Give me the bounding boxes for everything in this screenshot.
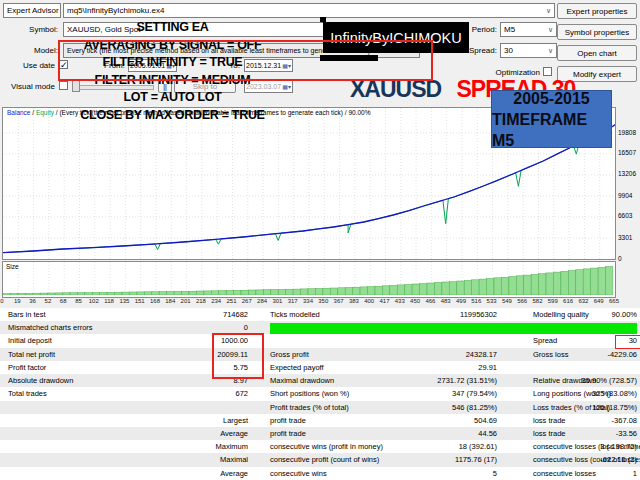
x-axis-tick: 19 xyxy=(9,298,25,304)
spread-value: 30 xyxy=(504,46,513,55)
x-axis-tick: 367 xyxy=(331,298,347,304)
headline-symbol: XAUUSD xyxy=(350,76,441,102)
stat-value: 1175.76 (17) xyxy=(327,453,497,466)
stat-value: 504.69 xyxy=(327,414,497,427)
x-axis-tick: 52 xyxy=(40,298,56,304)
table-row: Maximumconsecutive wins (profit in money… xyxy=(0,440,640,453)
x-axis-tick: 649 xyxy=(591,298,607,304)
stat-value: 24328.17 xyxy=(327,348,497,361)
x-axis-tick: 450 xyxy=(407,298,423,304)
stat-value: 347 (79.54%) xyxy=(327,387,497,400)
y-axis-tick: 16507 xyxy=(618,149,636,156)
stat-value: 126 (18.75%) xyxy=(540,401,637,414)
expert-properties-button[interactable]: Expert properties xyxy=(557,3,637,19)
ea-settings-overlay: SETTING EAAVERAGING BY SIGNAL = OFFFILTE… xyxy=(0,19,345,124)
stat-value: Maximum xyxy=(88,440,248,453)
x-axis-tick: 85 xyxy=(71,298,87,304)
ea-setting-line: LOT = AUTO LOT xyxy=(0,89,345,107)
ea-setting-line: SETTING EA xyxy=(0,19,345,37)
x-axis-tick: 533 xyxy=(484,298,500,304)
x-axis-tick: 400 xyxy=(361,298,377,304)
table-row: Profit trades (% of total)546 (81.25%)Lo… xyxy=(0,401,640,414)
stat-value: -367.08 xyxy=(540,414,637,427)
period-combo[interactable]: M5 ∨ xyxy=(500,22,557,37)
x-axis-tick: 549 xyxy=(499,298,515,304)
stat-value: 119956302 xyxy=(327,308,497,321)
x-axis-tick: 616 xyxy=(560,298,576,304)
size-chart: Size xyxy=(2,261,616,298)
y-axis-tick: 9904 xyxy=(618,192,632,199)
x-axis-tick: 317 xyxy=(285,298,301,304)
x-axis-tick: 665 xyxy=(606,298,622,304)
open-chart-button[interactable]: Open chart xyxy=(557,45,637,61)
stat-value: Largest xyxy=(88,414,248,427)
table-row: Maximalconsecutive profit (count of wins… xyxy=(0,453,640,466)
stat-value: 35.90% (728.57) xyxy=(540,374,637,387)
strategy-tester-window: Expert Advisor ∨ mq5\InfinityByIchimoku.… xyxy=(0,0,640,480)
x-axis-tick: 102 xyxy=(86,298,102,304)
ea-name-banner: InfinityByICHIMOKU xyxy=(323,22,469,53)
x-axis-labels: 0193652688510211813515116818420121823425… xyxy=(2,298,616,306)
x-axis-tick: 599 xyxy=(545,298,561,304)
x-axis-tick: 36 xyxy=(25,298,41,304)
period-value: M5 xyxy=(504,25,515,34)
x-axis-tick: 499 xyxy=(453,298,469,304)
table-row: Bars in test714682Ticks modelled11995630… xyxy=(0,308,640,321)
results-table: Bars in test714682Ticks modelled11995630… xyxy=(0,308,640,480)
table-row: Absolute drawdown8.97Maximal drawdown273… xyxy=(0,374,640,387)
x-axis-tick: 251 xyxy=(224,298,240,304)
stat-value: 325 (83.08%) xyxy=(540,387,637,400)
stat-value: 30 xyxy=(540,334,637,347)
table-row: Averageconsecutive wins5consecutive loss… xyxy=(0,467,640,480)
x-axis-tick: 135 xyxy=(116,298,132,304)
expert-advisor-combo[interactable]: Expert Advisor ∨ xyxy=(3,3,61,18)
x-axis-tick: 218 xyxy=(193,298,209,304)
size-bars-svg xyxy=(3,262,613,295)
x-axis-tick: 301 xyxy=(269,298,285,304)
expert-advisor-label: Expert Advisor xyxy=(7,6,59,15)
stat-value: 44.56 xyxy=(327,427,497,440)
x-axis-tick: 483 xyxy=(438,298,454,304)
stat-value: -4229.06 xyxy=(540,348,637,361)
optimization-checkbox[interactable] xyxy=(543,67,552,76)
table-row: Initial deposit1000.00Spread30 xyxy=(0,334,640,347)
stat-value: 5 xyxy=(327,467,497,480)
stat-value: 29.91 xyxy=(327,361,497,374)
stat-value: 0 xyxy=(88,321,248,334)
banner-fragment xyxy=(320,55,378,61)
y-axis-tick: 19808 xyxy=(618,129,636,136)
stat-value: Maximal xyxy=(88,453,248,466)
ea-setting-line: FILTER INFINITY = TRUE xyxy=(0,54,345,72)
chevron-down-icon: ∨ xyxy=(545,26,553,34)
ea-setting-line: CLOSE BY MAX ORDER = TRUE xyxy=(0,107,345,125)
stat-value: 8.97 xyxy=(88,374,248,387)
x-axis-tick: 566 xyxy=(514,298,530,304)
stat-value: 546 (81.25%) xyxy=(327,401,497,414)
y-axis-tick: 3301 xyxy=(618,234,632,241)
x-axis-tick: 417 xyxy=(377,298,393,304)
x-axis-tick: 582 xyxy=(530,298,546,304)
x-axis-tick: 516 xyxy=(468,298,484,304)
stat-value: 90.00% xyxy=(540,308,637,321)
stat-value: 3 (-198.72) xyxy=(540,440,637,453)
spread-combo[interactable]: 30 ∨ xyxy=(500,43,557,58)
symbol-properties-button[interactable]: Symbol properties xyxy=(557,24,637,40)
stat-value: Average xyxy=(88,427,248,440)
chevron-down-icon: ∨ xyxy=(543,7,551,15)
table-row: Profit factor5.75Expected payoff29.91 xyxy=(0,361,640,374)
y-axis-tick: 6603 xyxy=(618,212,632,219)
x-axis-tick: 201 xyxy=(178,298,194,304)
stat-value: -33.56 xyxy=(540,427,637,440)
y-axis-tick: 0 xyxy=(618,255,622,262)
x-axis-tick: 267 xyxy=(239,298,255,304)
stat-value: 714682 xyxy=(88,308,248,321)
y-axis-tick: 13206 xyxy=(618,170,636,177)
x-axis-tick: 184 xyxy=(162,298,178,304)
ea-file-combo[interactable]: mq5\InfinityByIchimoku.ex4 ∨ xyxy=(63,3,555,18)
ea-setting-line: FILTER INFINITY = MEDIUM xyxy=(0,72,345,90)
x-axis-tick: 383 xyxy=(346,298,362,304)
x-axis-tick: 433 xyxy=(392,298,408,304)
stat-value: 2731.72 (31.51%) xyxy=(327,374,497,387)
period-overlay-years: 2005-2015 xyxy=(513,88,590,109)
x-axis-tick: 234 xyxy=(208,298,224,304)
